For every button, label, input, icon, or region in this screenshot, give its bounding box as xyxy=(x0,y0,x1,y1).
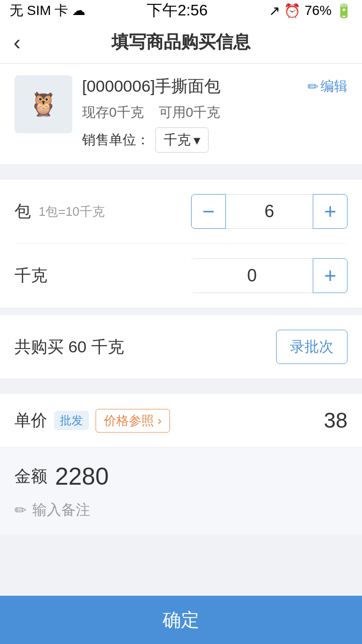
price-left: 单价 批发 价格参照 › xyxy=(14,409,170,433)
confirm-button[interactable]: 确定 xyxy=(0,596,362,644)
bao-label-wrap: 包 1包=10千克 xyxy=(14,200,105,223)
note-placeholder: 输入备注 xyxy=(32,500,90,520)
alarm-icon: ⏰ xyxy=(284,3,301,19)
edit-icon: ✏ xyxy=(307,79,319,95)
product-thumbnail: 🦉 xyxy=(14,75,72,133)
bao-decrement-button[interactable]: − xyxy=(191,194,226,229)
battery-icon: 🔋 xyxy=(335,3,352,19)
bao-increment-button[interactable]: + xyxy=(313,194,348,229)
record-batch-button[interactable]: 录批次 xyxy=(276,330,348,364)
price-value: 38 xyxy=(324,408,348,433)
product-stock: 现存0千克 可用0千克 xyxy=(82,103,348,122)
bottom-padding xyxy=(0,534,362,592)
edit-button[interactable]: ✏ 编辑 xyxy=(307,77,348,96)
stock-label: 现存0千克 xyxy=(82,105,144,120)
pencil-icon: ✏ xyxy=(14,502,27,518)
total-text: 共购买 60 千克 xyxy=(14,336,124,358)
bao-label: 包 xyxy=(14,200,31,223)
battery-label: 76% xyxy=(305,3,332,18)
bao-qty-input[interactable] xyxy=(226,194,313,229)
edit-label: 编辑 xyxy=(320,77,348,96)
status-bar: 无 SIM 卡 ☁ 下午2:56 ↗ ⏰ 76% 🔋 xyxy=(0,0,362,21)
amount-row: 金额 2280 xyxy=(14,462,348,490)
price-label: 单价 xyxy=(14,409,47,432)
divider-2 xyxy=(0,378,362,386)
bao-quantity-row: 包 1包=10千克 − + xyxy=(14,180,348,244)
bao-section: 包 1包=10千克 − + 千克 + xyxy=(0,180,362,308)
status-left: 无 SIM 卡 ☁ xyxy=(10,1,85,20)
product-card: 🦉 [0000006]手撕面包 ✏ 编辑 现存0千克 可用0千克 销售单位： 千… xyxy=(0,64,362,164)
unit-select[interactable]: 千克 ▾ xyxy=(155,127,209,153)
bao-hint: 1包=10千克 xyxy=(39,203,105,220)
page-title: 填写商品购买信息 xyxy=(111,30,251,54)
location-icon: ↗ xyxy=(269,3,280,19)
note-row[interactable]: ✏ 输入备注 xyxy=(14,500,348,520)
price-section: 单价 批发 价格参照 › 38 xyxy=(0,394,362,447)
product-name-row: [0000006]手撕面包 ✏ 编辑 xyxy=(82,75,348,98)
bao-qty-control: − + xyxy=(191,194,348,229)
status-right: ↗ ⏰ 76% 🔋 xyxy=(269,3,352,19)
amount-section: 金额 2280 ✏ 输入备注 xyxy=(0,448,362,534)
product-logo-icon: 🦉 xyxy=(29,91,58,118)
unit-label: 销售单位： xyxy=(82,131,150,149)
nav-bar: ‹ 填写商品购买信息 xyxy=(0,21,362,64)
kg-qty-input[interactable] xyxy=(191,258,313,293)
amount-value: 2280 xyxy=(55,462,109,490)
product-info: [0000006]手撕面包 ✏ 编辑 现存0千克 可用0千克 销售单位： 千克 … xyxy=(82,75,348,153)
status-time: 下午2:56 xyxy=(147,0,208,21)
back-button[interactable]: ‹ xyxy=(14,32,21,53)
kg-quantity-row: 千克 + xyxy=(14,244,348,308)
kg-increment-button[interactable]: + xyxy=(313,258,348,293)
product-name: [0000006]手撕面包 xyxy=(82,75,221,98)
price-badge: 批发 xyxy=(54,411,89,430)
divider-1 xyxy=(0,172,362,180)
kg-qty-control: + xyxy=(191,258,348,293)
product-unit-row: 销售单位： 千克 ▾ xyxy=(82,127,348,153)
total-row: 共购买 60 千克 录批次 xyxy=(0,315,362,378)
kg-label: 千克 xyxy=(14,265,47,287)
amount-label: 金额 xyxy=(14,465,47,488)
chevron-down-icon: ▾ xyxy=(194,132,200,148)
available-label: 可用0千克 xyxy=(159,105,221,120)
price-row: 单价 批发 价格参照 › 38 xyxy=(14,408,348,433)
sim-label: 无 SIM 卡 ☁ xyxy=(10,1,85,20)
price-reference-button[interactable]: 价格参照 › xyxy=(96,409,170,433)
unit-value: 千克 xyxy=(164,131,191,149)
